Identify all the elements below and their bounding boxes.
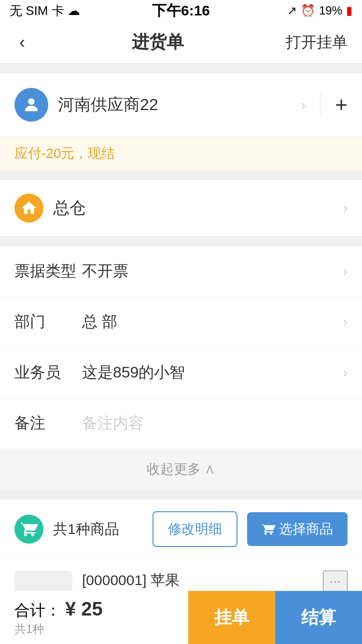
salesperson-label: 业务员: [14, 362, 82, 383]
total-label: 合计：: [14, 602, 61, 619]
gap-1: [0, 64, 362, 73]
supplier-name: 河南供应商22: [58, 94, 301, 116]
supplier-section: 河南供应商22 › + 应付-20元，现结: [0, 73, 362, 170]
salesperson-chevron-icon: ›: [343, 365, 348, 380]
total-row: 合计： ¥ 25: [14, 598, 174, 621]
cart-icon: [20, 520, 38, 538]
warehouse-section: 总仓 ›: [0, 180, 362, 236]
hang-button[interactable]: 挂单: [188, 591, 275, 644]
open-pending-button[interactable]: 打开挂单: [286, 32, 348, 53]
svg-point-0: [28, 98, 34, 105]
product-code: [0000001]: [82, 572, 151, 588]
form-section: 票据类型 不开票 › 部门 总 部 › 业务员 这是859的小智 › 备注 备注…: [0, 246, 362, 448]
status-time: 下午6:16: [152, 1, 210, 21]
notes-placeholder: 备注内容: [82, 413, 348, 434]
collapse-bar[interactable]: 收起更多 ∧: [0, 448, 362, 490]
invoice-value: 不开票: [82, 261, 343, 282]
select-product-button[interactable]: 选择商品: [247, 512, 348, 546]
select-product-label: 选择商品: [279, 520, 333, 538]
supplier-avatar: [14, 88, 48, 122]
warehouse-row[interactable]: 总仓 ›: [0, 180, 362, 236]
total-section: 合计： ¥ 25 共1种: [0, 591, 188, 644]
product-more-button[interactable]: ···: [323, 571, 348, 592]
person-icon: [22, 95, 41, 114]
notes-label: 备注: [14, 413, 82, 434]
status-right: ↗ ⏰ 19% ▮: [287, 4, 352, 17]
product-header: 共1种商品 修改明细 选择商品: [0, 500, 362, 559]
warehouse-name: 总仓: [53, 197, 343, 219]
status-left: 无 SIM 卡 ☁: [10, 2, 80, 19]
product-count-icon: [14, 515, 43, 544]
edit-detail-button[interactable]: 修改明细: [153, 511, 237, 547]
alarm-icon: ⏰: [301, 4, 315, 17]
product-name: [0000001] 苹果: [82, 571, 313, 590]
info-banner: 应付-20元，现结: [0, 137, 362, 170]
gap-4: [0, 490, 362, 500]
gap-3: [0, 236, 362, 246]
supplier-chevron-icon: ›: [301, 97, 306, 113]
warehouse-chevron-icon: ›: [343, 200, 348, 216]
form-row-department[interactable]: 部门 总 部 ›: [0, 296, 362, 347]
form-row-notes[interactable]: 备注 备注内容: [0, 398, 362, 448]
department-chevron-icon: ›: [343, 314, 348, 330]
total-amount: ¥ 25: [65, 598, 103, 619]
divider: [320, 93, 320, 117]
invoice-label: 票据类型: [14, 261, 82, 282]
product-count-text: 共1种商品: [53, 519, 143, 539]
battery-level: 19%: [319, 4, 342, 17]
checkout-button[interactable]: 结算: [275, 591, 362, 644]
nav-bar: ‹ 进货单 打开挂单: [0, 21, 362, 64]
location-icon: ↗: [287, 4, 297, 17]
back-button[interactable]: ‹: [14, 28, 30, 57]
house-icon: [20, 199, 38, 217]
page-title: 进货单: [132, 30, 184, 54]
supplier-row[interactable]: 河南供应商22 › +: [0, 73, 362, 137]
gap-2: [0, 170, 362, 180]
product-title: 苹果: [151, 572, 180, 588]
select-cart-icon: [262, 522, 275, 536]
total-count: 共1种: [14, 621, 174, 637]
battery-icon: ▮: [346, 4, 352, 17]
form-row-salesperson[interactable]: 业务员 这是859的小智 ›: [0, 347, 362, 398]
status-bar: 无 SIM 卡 ☁ 下午6:16 ↗ ⏰ 19% ▮: [0, 0, 362, 21]
bottom-bar: 合计： ¥ 25 共1种 挂单 结算: [0, 591, 362, 644]
department-value: 总 部: [82, 311, 343, 333]
invoice-chevron-icon: ›: [343, 264, 348, 279]
sim-status: 无 SIM 卡 ☁: [10, 2, 80, 19]
department-label: 部门: [14, 311, 82, 333]
form-row-invoice[interactable]: 票据类型 不开票 ›: [0, 246, 362, 296]
warehouse-icon: [14, 194, 43, 223]
salesperson-value: 这是859的小智: [82, 362, 343, 383]
add-supplier-button[interactable]: +: [335, 94, 348, 115]
